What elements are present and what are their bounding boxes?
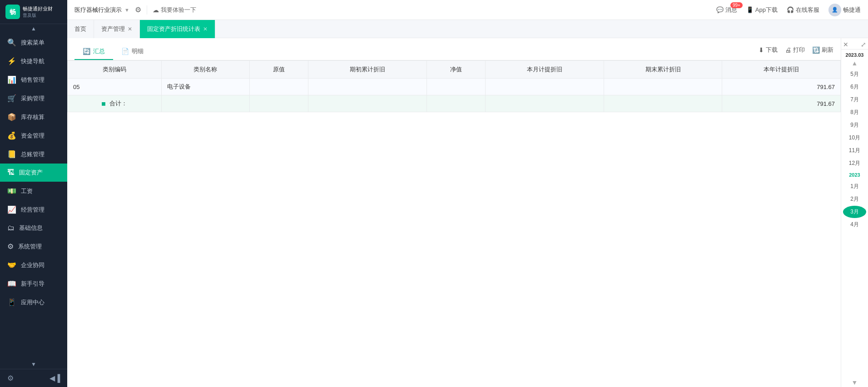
- date-item-10[interactable]: 10月: [843, 132, 866, 144]
- chevron-down-icon: ▼: [124, 7, 129, 13]
- download-label: 下载: [766, 46, 778, 54]
- sidebar-item-quicknav[interactable]: ⚡ 快捷导航: [0, 52, 67, 70]
- expand-icon[interactable]: ⤢: [861, 41, 866, 48]
- date-item-2023-3[interactable]: 3月: [843, 206, 866, 218]
- sidebar-item-label: 新手引导: [21, 280, 45, 288]
- sidebar-item-system[interactable]: ⚙ 系统管理: [0, 237, 67, 256]
- quicknav-icon: ⚡: [7, 57, 16, 65]
- service-btn[interactable]: 🎧 在线客服: [787, 6, 819, 14]
- appcenter-icon: 📱: [7, 298, 16, 307]
- sidebar-item-enterprise[interactable]: 🤝 企业协同: [0, 256, 67, 274]
- sidebar-item-appcenter[interactable]: 📱 应用中心: [0, 293, 67, 312]
- date-item-2023-1[interactable]: 1月: [843, 180, 866, 193]
- print-icon: 🖨: [785, 46, 791, 54]
- date-item-6[interactable]: 6月: [843, 81, 866, 93]
- collapse-icon[interactable]: ◀▐: [50, 374, 60, 382]
- logo-icon: 畅: [5, 5, 20, 19]
- date-item-2023-4[interactable]: 4月: [843, 218, 866, 231]
- sidebar-item-business[interactable]: 📈 经营管理: [0, 200, 67, 219]
- close-tab-depreciation-icon[interactable]: ✕: [203, 26, 208, 32]
- cell-year-depr: 791.67: [722, 79, 841, 95]
- payroll-icon: 💵: [7, 187, 16, 195]
- summary-icon: 🔄: [83, 48, 90, 55]
- system-icon: ⚙: [7, 242, 14, 251]
- download-btn[interactable]: ⬇ 下载: [759, 46, 778, 54]
- sidebar-item-payroll[interactable]: 💵 工资: [0, 182, 67, 200]
- sidebar-item-fixed[interactable]: 🏗 固定资产: [0, 164, 67, 182]
- date-scroll-down-btn[interactable]: ▼: [841, 378, 868, 387]
- cell-month-depr: [486, 79, 604, 95]
- topbar-settings-icon[interactable]: ⚙: [135, 5, 141, 14]
- message-icon: 💬: [716, 6, 724, 13]
- sidebar-item-label: 总账管理: [21, 150, 45, 159]
- sidebar-item-sales[interactable]: 📊 销售管理: [0, 70, 67, 89]
- sum-end-depr: [604, 95, 722, 112]
- sum-name: [161, 95, 250, 112]
- subtab-left: 🔄 汇总 📄 明细: [74, 44, 152, 60]
- print-btn[interactable]: 🖨 打印: [785, 46, 805, 54]
- tab-asset-mgmt[interactable]: 资产管理 ✕: [94, 20, 140, 38]
- user-btn[interactable]: 👤 畅捷通: [828, 4, 861, 16]
- sum-label: 合计：: [109, 100, 127, 107]
- col-net: 净值: [427, 61, 486, 79]
- topbar-right: 💬 消息 99+ 📱 App下载 🎧 在线客服 👤 畅捷通: [716, 4, 861, 16]
- cell-init-depr: [308, 79, 427, 95]
- date-item-8[interactable]: 8月: [843, 106, 866, 119]
- sidebar-nav: 🔍 搜索菜单 ⚡ 快捷导航 📊 销售管理 🛒 采购管理 📦 库存核算 💰 资金管…: [0, 33, 67, 360]
- table-header-row: 类别编码 类别名称 原值 期初累计折旧 净值 本月计提折旧 期末累计折旧 本年计…: [68, 61, 841, 79]
- date-item-7[interactable]: 7月: [843, 94, 866, 106]
- sidebar-item-label: 资金管理: [21, 132, 45, 140]
- inventory-icon: 📦: [7, 113, 16, 121]
- col-init-depr: 期初累计折旧: [308, 61, 427, 79]
- company-selector[interactable]: 医疗器械行业演示 ▼: [74, 6, 129, 14]
- col-code: 类别编码: [68, 61, 162, 79]
- app-download-btn[interactable]: 📱 App下载: [746, 6, 778, 14]
- sidebar-item-purchase[interactable]: 🛒 采购管理: [0, 89, 67, 108]
- sidebar-item-ledger[interactable]: 📒 总账管理: [0, 145, 67, 164]
- purchase-icon: 🛒: [7, 94, 16, 103]
- date-item-11[interactable]: 11月: [843, 144, 866, 157]
- sidebar-item-search[interactable]: 🔍 搜索菜单: [0, 33, 67, 52]
- date-item-12[interactable]: 12月: [843, 157, 866, 169]
- refresh-btn[interactable]: 🔃 刷新: [812, 46, 833, 54]
- cell-net: [427, 79, 486, 95]
- tab-depreciation[interactable]: 固定资产折旧统计表 ✕: [140, 20, 215, 38]
- table-wrap: 类别编码 类别名称 原值 期初累计折旧 净值 本月计提折旧 期末累计折旧 本年计…: [67, 60, 841, 387]
- date-panel-title: 2023.03: [841, 50, 868, 59]
- tabbar: 首页 资产管理 ✕ 固定资产折旧统计表 ✕: [67, 20, 868, 38]
- bottom-gear-icon[interactable]: ⚙: [7, 374, 14, 382]
- col-original: 原值: [250, 61, 308, 79]
- tab-depreciation-label: 固定资产折旧统计表: [147, 25, 200, 33]
- sidebar-item-guide[interactable]: 📖 新手引导: [0, 274, 67, 293]
- tab-home[interactable]: 首页: [67, 20, 94, 38]
- date-scroll-up-btn[interactable]: ▲: [841, 59, 868, 68]
- cell-end-depr: [604, 79, 722, 95]
- logo-edition: 普及版: [23, 12, 53, 18]
- cell-name: 电子设备: [161, 79, 250, 95]
- date-item-9[interactable]: 9月: [843, 119, 866, 131]
- col-name: 类别名称: [161, 61, 250, 79]
- sidebar-item-basic[interactable]: 🗂 基础信息: [0, 219, 67, 237]
- finance-icon: 💰: [7, 131, 16, 140]
- sidebar-scroll-up[interactable]: ▲: [0, 24, 67, 33]
- subtab-summary[interactable]: 🔄 汇总: [74, 44, 113, 60]
- date-panel-header: ✕ ⤢: [841, 40, 868, 50]
- enterprise-icon: 🤝: [7, 261, 16, 269]
- sidebar-item-label: 经营管理: [21, 206, 45, 214]
- subtab-detail-label: 明细: [132, 47, 144, 55]
- date-item-2023-2[interactable]: 2月: [843, 193, 866, 205]
- sidebar-bottom: ⚙ ◀▐: [0, 369, 67, 387]
- close-tab-asset-icon[interactable]: ✕: [128, 26, 132, 32]
- sidebar-item-label: 采购管理: [21, 94, 45, 103]
- main-area: 医疗器械行业演示 ▼ ⚙ ☁ 我要体验一下 💬 消息 99+ 📱 App下载 🎧…: [67, 0, 868, 387]
- sidebar: 畅 畅捷通好业财 普及版 ▲ 🔍 搜索菜单 ⚡ 快捷导航 📊 销售管理 🛒 采购…: [0, 0, 67, 387]
- company-name: 医疗器械行业演示: [74, 6, 122, 14]
- sidebar-scroll-down[interactable]: ▼: [0, 360, 67, 369]
- experience-btn[interactable]: ☁ 我要体验一下: [153, 6, 196, 14]
- sidebar-item-inventory[interactable]: 📦 库存核算: [0, 108, 67, 126]
- date-item-5[interactable]: 5月: [843, 68, 866, 80]
- message-btn[interactable]: 💬 消息 99+: [716, 6, 737, 14]
- subtab-detail[interactable]: 📄 明细: [113, 44, 152, 60]
- date-panel-close-btn[interactable]: ✕: [843, 41, 848, 48]
- sidebar-item-finance[interactable]: 💰 资金管理: [0, 126, 67, 145]
